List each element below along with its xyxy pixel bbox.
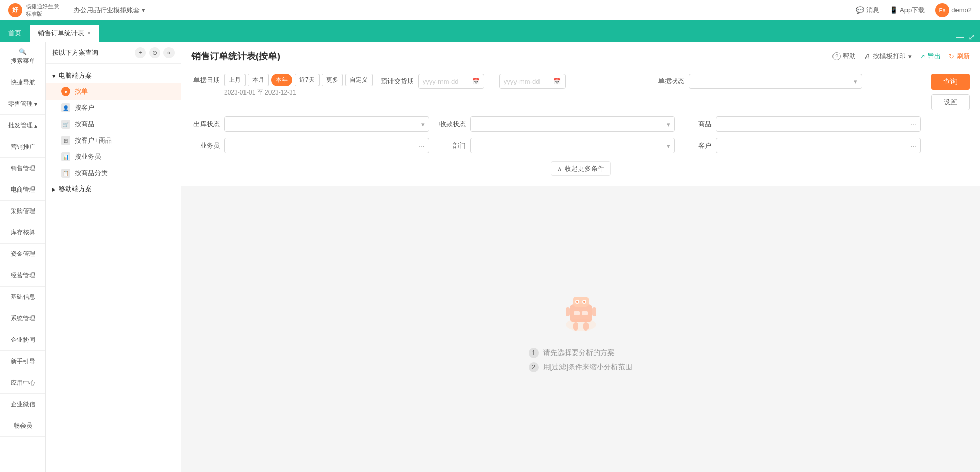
scheme-item-by-customer[interactable]: 👤 按客户	[46, 100, 181, 116]
sidebar-item-member[interactable]: 畅会员	[0, 415, 45, 437]
scheme-item-by-category[interactable]: 📋 按商品分类	[46, 165, 181, 181]
page-actions: ? 帮助 🖨 按模板打印 ▾ ↗ 导出 ↻ 刷新	[832, 52, 970, 61]
svg-rect-9	[566, 307, 570, 316]
tab-bar: 首页 销售订单统计表 × — ⤢	[0, 20, 980, 42]
date-btn-more[interactable]: 更多	[322, 74, 343, 86]
print-template-action[interactable]: 🖨 按模板打印 ▾	[864, 52, 912, 61]
chevron-up-icon: ▴	[34, 122, 37, 129]
sidebar-item-enterprise[interactable]: 企业协同	[0, 329, 45, 351]
sidebar-item-inventory[interactable]: 库存核算	[0, 222, 45, 244]
salesperson-input[interactable]: ···	[224, 138, 429, 153]
sidebar-item-wechat[interactable]: 企业微信	[0, 394, 45, 415]
sidebar-item-quicknav[interactable]: 快捷导航	[0, 72, 45, 93]
collapse-panel-button[interactable]: «	[163, 47, 175, 58]
add-scheme-button[interactable]: +	[135, 47, 146, 58]
left-panel-header: 按以下方案查询 + ⊙ «	[46, 42, 181, 64]
scheme-icon-by-category: 📋	[61, 169, 70, 178]
date-btn-this-year[interactable]: 本年	[271, 74, 292, 86]
app-selector[interactable]: 办公用品行业模拟账套 ▾	[74, 6, 145, 15]
salesperson-ellipsis-icon[interactable]: ···	[419, 141, 425, 150]
sidebar-item-ecommerce[interactable]: 电商管理	[0, 179, 45, 201]
user-action[interactable]: Ea demo2	[935, 3, 972, 17]
edit-scheme-button[interactable]: ⊙	[149, 47, 160, 58]
calendar-icon-2: 📅	[553, 78, 561, 85]
goods-ellipsis-icon[interactable]: ···	[910, 120, 916, 128]
svg-rect-10	[592, 307, 596, 316]
date-btn-custom[interactable]: 自定义	[345, 74, 373, 86]
scheme-icon-by-customer: 👤	[61, 103, 70, 112]
customer-ellipsis-icon[interactable]: ···	[910, 141, 916, 150]
sidebar-item-search[interactable]: 🔍 搜索菜单	[0, 42, 45, 72]
date-range-text: 2023-01-01 至 2023-12-31	[224, 88, 296, 97]
receipt-status-arrow: ▾	[667, 121, 670, 128]
sidebar-item-appcenter[interactable]: 应用中心	[0, 372, 45, 394]
sidebar-item-sales[interactable]: 销售管理	[0, 158, 45, 179]
scheme-group-mobile-title[interactable]: ▸ 移动端方案	[46, 181, 181, 197]
top-bar: 好 畅捷通好生意 标准版 办公用品行业模拟账套 ▾ 💬 消息 📱 App下载 E…	[0, 0, 980, 20]
scheme-icon-by-customer-goods: ⊞	[61, 136, 70, 145]
tab-sales-stats[interactable]: 销售订单统计表 ×	[30, 25, 99, 42]
hint-number-2: 2	[529, 362, 539, 372]
search-icon: 🔍	[19, 48, 27, 55]
date-btn-this-month[interactable]: 本月	[248, 74, 269, 86]
scheme-icon-by-salesperson: 📊	[61, 152, 70, 161]
scheme-group-pc-title[interactable]: ▾ 电脑端方案	[46, 68, 181, 83]
maximize-icon[interactable]: ⤢	[968, 32, 975, 42]
help-action[interactable]: ? 帮助	[832, 52, 856, 61]
expected-date-from-input[interactable]: yyyy-mm-dd 📅	[418, 74, 484, 89]
sidebar-item-retail[interactable]: 零售管理 ▾	[0, 93, 45, 115]
collapse-more-button[interactable]: ∧ 收起更多条件	[551, 161, 611, 176]
date-btn-last7[interactable]: 近7天	[295, 74, 320, 86]
svg-rect-11	[573, 322, 578, 331]
svg-rect-12	[583, 322, 589, 331]
receipt-status-select[interactable]: ▾	[470, 116, 675, 132]
scheme-group-pc: ▾ 电脑端方案 ● 按单 👤 按客户 🛒 按商品	[46, 68, 181, 181]
sidebar-item-finance[interactable]: 资金管理	[0, 244, 45, 265]
close-tab-icon[interactable]: ×	[87, 30, 91, 37]
export-action[interactable]: ↗ 导出	[920, 52, 941, 61]
print-chevron-icon: ▾	[908, 53, 912, 60]
scheme-item-by-salesperson[interactable]: 📊 按业务员	[46, 149, 181, 165]
department-select[interactable]: ▾	[470, 138, 675, 153]
sidebar-item-purchase[interactable]: 采购管理	[0, 201, 45, 222]
ship-status-select[interactable]: ▾	[224, 116, 429, 132]
empty-robot-svg	[555, 287, 606, 338]
tab-home[interactable]: 首页	[0, 25, 30, 42]
app-download-action[interactable]: 📱 App下载	[890, 6, 925, 15]
receipt-status-label: 收款状态	[437, 120, 466, 129]
expected-date-to-input[interactable]: yyyy-mm-dd 📅	[499, 74, 566, 89]
goods-input[interactable]: ···	[716, 116, 921, 132]
expected-to-placeholder: yyyy-mm-dd	[504, 78, 540, 85]
ship-status-label: 出库状态	[191, 120, 220, 129]
chevron-down-icon: ▾	[142, 6, 145, 14]
calendar-icon: 📅	[472, 78, 480, 85]
svg-rect-8	[582, 311, 588, 315]
status-select[interactable]: ▾	[689, 74, 862, 89]
scheme-list: ▾ 电脑端方案 ● 按单 👤 按客户 🛒 按商品	[46, 64, 181, 472]
sidebar-item-marketing[interactable]: 营销推广	[0, 136, 45, 158]
date-btn-last-month[interactable]: 上月	[224, 74, 246, 86]
date-quick-buttons: 上月 本月 本年 近7天 更多 自定义	[224, 74, 373, 86]
chevron-up-icon: ∧	[557, 165, 562, 173]
refresh-action[interactable]: ↻ 刷新	[949, 52, 970, 61]
sidebar-item-basics[interactable]: 基础信息	[0, 287, 45, 308]
scheme-item-by-customer-goods[interactable]: ⊞ 按客户+商品	[46, 132, 181, 149]
sidebar-item-operations[interactable]: 经营管理	[0, 265, 45, 287]
scheme-item-by-order[interactable]: ● 按单	[46, 83, 181, 100]
search-button[interactable]: 查询	[931, 74, 970, 90]
minimize-icon[interactable]: —	[956, 33, 964, 42]
help-icon: ?	[832, 52, 841, 60]
settings-button[interactable]: 设置	[931, 94, 970, 110]
scheme-icon-by-order: ●	[61, 87, 70, 96]
sidebar-item-system[interactable]: 系统管理	[0, 308, 45, 329]
sidebar-item-guide[interactable]: 新手引导	[0, 351, 45, 372]
message-action[interactable]: 💬 消息	[856, 6, 879, 15]
customer-input[interactable]: ···	[716, 138, 921, 153]
chevron-down-icon: ▾	[34, 101, 37, 108]
empty-illustration	[555, 287, 606, 338]
customer-label: 客户	[683, 141, 712, 150]
goods-label: 商品	[683, 120, 712, 129]
hint-number-1: 1	[529, 348, 539, 358]
scheme-item-by-goods[interactable]: 🛒 按商品	[46, 116, 181, 132]
sidebar-item-wholesale[interactable]: 批发管理 ▴	[0, 115, 45, 136]
